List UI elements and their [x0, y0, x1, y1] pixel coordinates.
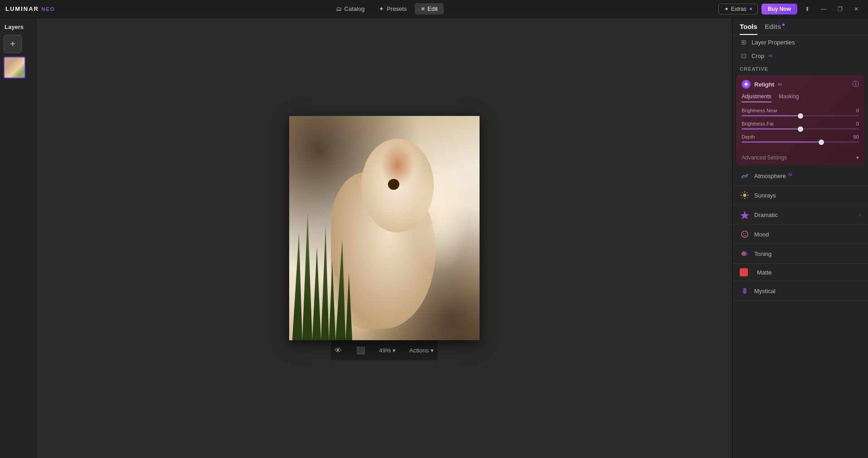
relight-tabs: Adjustments Masking: [736, 93, 864, 106]
brightness-near-label-row: Brightness Near 0: [742, 108, 859, 113]
advanced-settings-row[interactable]: Advanced Settings ▾: [736, 151, 864, 164]
zoom-button[interactable]: 49% ▾: [376, 345, 398, 356]
brightness-far-track[interactable]: [742, 128, 859, 130]
right-panel: Tools Edits ⊞ Layer Properties ⊡ Crop AI…: [732, 18, 868, 458]
compare-button[interactable]: ⬛: [353, 344, 369, 357]
depth-value: 50: [848, 134, 859, 140]
atmosphere-row[interactable]: Atmosphere AI: [732, 166, 868, 186]
app-logo: LUMINAR NEO: [5, 5, 55, 12]
layer-properties-icon: ⊞: [740, 38, 748, 46]
creative-header: Creative: [732, 63, 868, 73]
toning-left: Toning: [740, 249, 771, 259]
tab-masking[interactable]: Masking: [779, 93, 799, 102]
edit-icon: ≡: [421, 5, 425, 12]
relight-ai-badge: AI: [778, 82, 782, 87]
brightness-near-thumb[interactable]: [798, 113, 803, 119]
atmosphere-icon-svg: [740, 171, 749, 180]
mood-label: Mood: [754, 231, 769, 238]
eye-preview-button[interactable]: 👁: [331, 345, 345, 357]
advanced-settings-label: Advanced Settings: [742, 154, 787, 161]
actions-chevron-icon: ▾: [431, 347, 434, 354]
matte-left: Matte: [740, 268, 772, 276]
brightness-far-value: 0: [848, 121, 859, 126]
layers-title: Layers: [4, 24, 32, 30]
dramatic-row[interactable]: Dramatic ›: [732, 205, 868, 225]
depth-slider-row: Depth 50: [742, 134, 859, 143]
titlebar: LUMINAR NEO 🗂 Catalog ✦ Presets ≡ Edit ✦…: [0, 0, 868, 18]
maximize-button[interactable]: ❐: [834, 3, 846, 15]
sliders-group: Brightness Near 0 Brightness Far 0: [736, 106, 864, 151]
svg-line-13: [747, 193, 747, 193]
svg-line-11: [742, 193, 743, 193]
minimize-button[interactable]: —: [817, 3, 830, 15]
svg-line-14: [742, 197, 743, 198]
atmosphere-icon: [740, 171, 750, 181]
catalog-nav-btn[interactable]: 🗂 Catalog: [330, 3, 371, 14]
edit-nav-btn[interactable]: ≡ Edit: [415, 3, 444, 14]
mood-icon-svg: [740, 230, 749, 239]
atmosphere-left: Atmosphere AI: [740, 171, 792, 181]
tab-adjustments[interactable]: Adjustments: [742, 93, 771, 102]
zoom-chevron-icon: ▾: [393, 347, 396, 354]
extras-icon: ✦: [724, 6, 729, 12]
layer-thumb-preview: [5, 58, 24, 77]
presets-icon: ✦: [379, 5, 384, 12]
presets-nav-btn[interactable]: ✦ Presets: [373, 3, 413, 14]
layers-panel: Layers +: [0, 18, 36, 458]
svg-point-6: [743, 194, 747, 197]
mystical-icon-svg: [740, 286, 749, 295]
matte-icon: [740, 268, 748, 276]
advanced-settings-chevron-icon: ▾: [856, 154, 859, 161]
nav-tabs: 🗂 Catalog ✦ Presets ≡ Edit: [330, 3, 444, 14]
main-area: Layers +: [0, 18, 868, 458]
close-button[interactable]: ✕: [850, 3, 863, 15]
depth-label: Depth: [742, 134, 755, 140]
svg-line-12: [747, 197, 747, 198]
mood-row[interactable]: Mood: [732, 225, 868, 244]
sunrays-row[interactable]: Sunrays: [732, 186, 868, 205]
extras-dot: [750, 8, 752, 10]
depth-track[interactable]: [742, 141, 859, 143]
buy-now-button[interactable]: Buy Now: [761, 4, 797, 14]
brightness-near-label: Brightness Near: [742, 108, 777, 113]
dramatic-icon-svg: [740, 210, 749, 219]
svg-point-16: [743, 233, 744, 234]
sunrays-icon: [740, 190, 750, 200]
toning-row[interactable]: Toning: [732, 244, 868, 264]
add-layer-button[interactable]: +: [4, 35, 22, 53]
atmosphere-ai-badge: AI: [788, 172, 792, 177]
bottom-toolbar: 👁 ⬛ 49% ▾ Actions ▾: [331, 340, 437, 360]
relight-title: Relight AI: [742, 80, 782, 89]
brightness-far-fill: [742, 128, 800, 130]
canvas-wrapper: [289, 116, 480, 340]
crop-row[interactable]: ⊡ Crop AI: [732, 49, 868, 63]
brightness-near-value: 0: [848, 108, 859, 113]
actions-button[interactable]: Actions ▾: [406, 345, 437, 356]
relight-icon: [742, 80, 751, 89]
layer-properties-row[interactable]: ⊞ Layer Properties: [732, 35, 868, 49]
mystical-row[interactable]: Mystical: [732, 281, 868, 301]
mood-left: Mood: [740, 229, 769, 239]
relight-section: Relight AI ⓘ Adjustments Masking Brightn…: [736, 75, 864, 164]
layer-thumbnail[interactable]: [4, 57, 25, 78]
matte-row[interactable]: Matte: [732, 264, 868, 281]
brightness-far-slider-row: Brightness Far 0: [742, 121, 859, 130]
mood-icon: [740, 229, 750, 239]
sunrays-label: Sunrays: [754, 192, 776, 199]
tab-tools[interactable]: Tools: [740, 23, 757, 35]
svg-point-15: [742, 231, 748, 237]
panel-tabs: Tools Edits: [732, 18, 868, 35]
depth-thumb[interactable]: [819, 140, 824, 145]
share-icon[interactable]: ⬆: [801, 3, 814, 15]
tab-edits[interactable]: Edits: [765, 23, 785, 35]
edits-dot: [782, 24, 785, 26]
depth-label-row: Depth 50: [742, 134, 859, 140]
info-icon[interactable]: ⓘ: [853, 80, 859, 88]
brightness-near-track[interactable]: [742, 115, 859, 116]
toning-label: Toning: [754, 251, 771, 257]
mystical-icon: [740, 286, 750, 296]
brightness-far-thumb[interactable]: [798, 126, 803, 132]
dramatic-icon: [740, 210, 750, 220]
titlebar-actions: ✦ Extras Buy Now ⬆ — ❐ ✕: [718, 3, 863, 15]
extras-button[interactable]: ✦ Extras: [718, 4, 758, 14]
